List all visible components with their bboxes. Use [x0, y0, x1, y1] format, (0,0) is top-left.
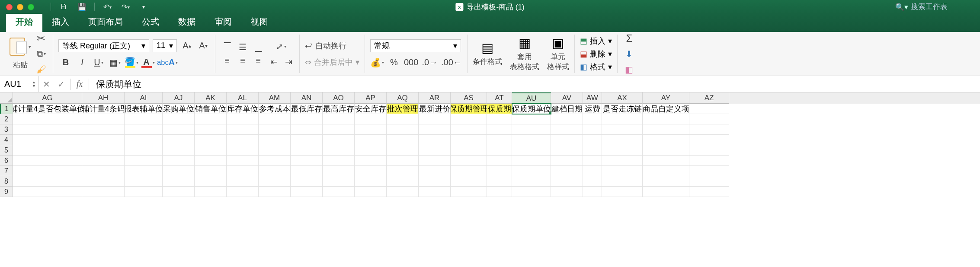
cell[interactable] — [512, 156, 551, 166]
cell[interactable] — [487, 114, 512, 124]
table-format-button[interactable]: ▦套用 表格格式 — [510, 36, 539, 72]
name-box[interactable]: AU1 ▲▼ — [0, 76, 39, 92]
percent-button[interactable]: % — [388, 57, 400, 69]
cell[interactable]: 商品自定义项 — [643, 104, 689, 114]
cell[interactable] — [387, 166, 419, 176]
cell-styles-button[interactable]: ▣单元 格样式 — [547, 36, 569, 72]
row-header[interactable]: 9 — [0, 187, 13, 197]
column-header[interactable]: AL — [227, 92, 259, 104]
cell[interactable] — [689, 187, 729, 197]
cell[interactable] — [602, 114, 643, 124]
cell[interactable] — [689, 104, 729, 114]
cell[interactable] — [387, 156, 419, 166]
redo-icon[interactable]: ↷▾ — [118, 2, 133, 12]
cell[interactable] — [551, 135, 583, 145]
cell[interactable]: 保质期管理 — [451, 104, 487, 114]
cell[interactable] — [551, 145, 583, 156]
cell[interactable] — [689, 114, 729, 124]
cell[interactable] — [643, 166, 689, 176]
bold-button[interactable]: B — [58, 57, 73, 69]
cell[interactable] — [259, 124, 291, 135]
cell[interactable]: 最新进价 — [419, 104, 451, 114]
cell[interactable] — [195, 176, 227, 187]
cell[interactable] — [487, 135, 512, 145]
cell[interactable] — [291, 145, 323, 156]
cell[interactable] — [419, 187, 451, 197]
row-header[interactable]: 1 — [0, 104, 13, 114]
accept-formula-button[interactable]: ✓ — [54, 79, 68, 89]
column-header[interactable]: AH — [82, 92, 125, 104]
decrease-indent-button[interactable]: ⇤ — [268, 56, 279, 67]
cell[interactable] — [13, 156, 82, 166]
undo-icon[interactable]: ↶▾ — [100, 2, 115, 12]
cell[interactable] — [259, 156, 291, 166]
name-box-down-icon[interactable]: ▼ — [32, 84, 36, 88]
cell[interactable]: 库存单位 — [227, 104, 259, 114]
align-bottom-button[interactable]: ▁ — [252, 41, 265, 53]
minimize-window-button[interactable] — [17, 4, 23, 10]
cell[interactable] — [355, 156, 387, 166]
cell[interactable] — [583, 135, 602, 145]
font-size-select[interactable]: 11▾ — [153, 39, 177, 52]
number-format-select[interactable]: 常规▾ — [370, 39, 461, 52]
cell[interactable] — [602, 176, 643, 187]
cell[interactable] — [323, 145, 355, 156]
row-header[interactable]: 2 — [0, 114, 13, 124]
cell[interactable] — [387, 176, 419, 187]
cell[interactable]: 采购单位 — [163, 104, 195, 114]
cell[interactable] — [195, 114, 227, 124]
cell[interactable] — [602, 187, 643, 197]
cell[interactable] — [125, 176, 163, 187]
cell[interactable] — [551, 114, 583, 124]
cell[interactable] — [387, 114, 419, 124]
font-color-button[interactable]: A▾ — [141, 57, 155, 69]
cell[interactable] — [355, 114, 387, 124]
cell[interactable] — [291, 124, 323, 135]
cell[interactable] — [163, 176, 195, 187]
cell[interactable] — [163, 187, 195, 197]
cell[interactable] — [512, 124, 551, 135]
cell[interactable] — [259, 114, 291, 124]
row-header[interactable]: 4 — [0, 135, 13, 145]
cell[interactable] — [487, 187, 512, 197]
cell[interactable] — [583, 187, 602, 197]
cell[interactable] — [163, 114, 195, 124]
cell[interactable] — [419, 135, 451, 145]
cell[interactable] — [512, 114, 551, 124]
cell[interactable] — [195, 187, 227, 197]
cell[interactable] — [163, 166, 195, 176]
cell[interactable] — [487, 156, 512, 166]
column-header[interactable]: AZ — [689, 92, 729, 104]
column-header[interactable]: AG — [13, 92, 82, 104]
comma-style-button[interactable]: 000 — [404, 57, 418, 69]
cell[interactable] — [125, 156, 163, 166]
cell[interactable] — [512, 135, 551, 145]
cell[interactable] — [13, 145, 82, 156]
column-header[interactable]: AI — [125, 92, 163, 104]
wrap-text-button[interactable]: ⮐ 自动换行 — [305, 41, 359, 51]
search-input[interactable] — [911, 3, 971, 11]
cell[interactable] — [602, 124, 643, 135]
cell[interactable] — [583, 124, 602, 135]
copy-button[interactable]: ⧉▾ — [35, 48, 48, 60]
tab-insert[interactable]: 插入 — [42, 12, 79, 32]
cell[interactable] — [583, 176, 602, 187]
column-header[interactable]: AT — [487, 92, 512, 104]
cell[interactable] — [387, 145, 419, 156]
cell[interactable] — [227, 145, 259, 156]
cell[interactable] — [419, 124, 451, 135]
cell[interactable] — [163, 145, 195, 156]
cell[interactable]: 运费 — [583, 104, 602, 114]
cell[interactable] — [227, 156, 259, 166]
column-header[interactable]: AJ — [163, 92, 195, 104]
cell[interactable] — [227, 176, 259, 187]
cell[interactable] — [291, 176, 323, 187]
cell[interactable] — [355, 187, 387, 197]
cell[interactable] — [291, 166, 323, 176]
cell[interactable] — [551, 176, 583, 187]
border-button[interactable]: ▦▾ — [108, 57, 122, 69]
decrease-decimal-button[interactable]: .00← — [441, 57, 462, 69]
cell[interactable] — [419, 114, 451, 124]
phonetic-button[interactable]: abcA▾ — [157, 57, 178, 69]
tab-review[interactable]: 审阅 — [205, 12, 241, 32]
